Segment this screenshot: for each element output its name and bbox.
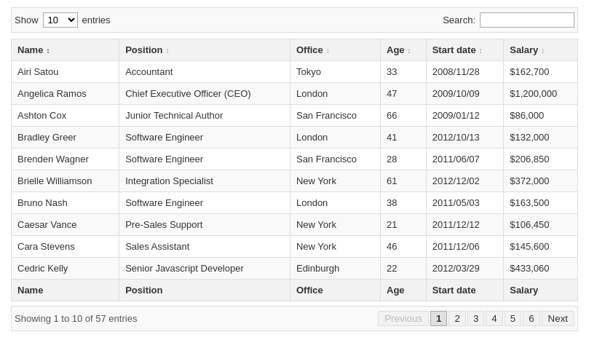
cell-position: Junior Technical Author [119,105,290,127]
cell-start_date: 2012/12/02 [426,170,504,192]
sort-icon-salary: ↕ [541,47,545,55]
cell-start_date: 2011/06/07 [426,149,504,170]
table-row: Bruno NashSoftware EngineerLondon382011/… [12,192,578,214]
table-row: Airi SatouAccountantTokyo332008/11/28$16… [12,61,578,83]
cell-start_date: 2008/11/28 [426,61,504,83]
table-row: Angelica RamosChief Executive Officer (C… [12,83,578,105]
cell-salary: $132,000 [504,127,578,149]
sort-icon-start_date: ↕ [479,47,483,55]
cell-position: Senior Javascript Developer [119,258,290,280]
col-footer-position[interactable]: Position [119,280,290,301]
header-row: Name↕Position↕Office↕Age↕Start date↕Sala… [12,39,578,61]
col-footer-age[interactable]: Age [381,280,427,301]
cell-salary: $86,000 [504,105,578,127]
table-row: Cara StevensSales AssistantNew York46201… [12,236,578,258]
entries-label: entries [82,15,111,25]
page-button-1[interactable]: 1 [430,311,447,326]
cell-position: Sales Assistant [119,236,290,258]
cell-salary: $106,450 [504,214,578,236]
cell-age: 28 [381,149,427,170]
cell-position: Chief Executive Officer (CEO) [119,83,290,105]
sort-icon-position: ↕ [165,47,169,55]
cell-position: Accountant [119,61,290,83]
cell-salary: $206,850 [504,149,578,170]
table-body: Airi SatouAccountantTokyo332008/11/28$16… [12,61,578,280]
cell-start_date: 2009/10/09 [426,83,504,105]
cell-name: Cara Stevens [12,236,119,258]
show-label: Show [15,15,39,25]
cell-age: 21 [381,214,427,236]
next-button[interactable]: Next [542,311,574,326]
cell-name: Cedric Kelly [12,258,119,280]
table-head: Name↕Position↕Office↕Age↕Start date↕Sala… [12,39,578,61]
cell-start_date: 2009/01/12 [426,105,504,127]
col-header-age[interactable]: Age↕ [381,39,427,61]
info-text: Showing 1 to 10 of 57 entries [15,313,137,324]
cell-office: New York [290,214,380,236]
col-footer-office[interactable]: Office [290,280,380,301]
cell-office: London [290,127,380,149]
col-header-salary[interactable]: Salary↕ [504,39,578,61]
main-wrapper: Show 102550100 entries Search: Name↕Posi… [0,0,589,339]
col-footer-start_date[interactable]: Start date [426,280,504,301]
table-row: Brielle WilliamsonIntegration Specialist… [12,170,578,192]
page-button-3[interactable]: 3 [467,311,484,326]
cell-office: New York [290,236,380,258]
sort-icon-name: ↕ [46,47,50,55]
top-controls: Show 102550100 entries Search: [11,7,578,33]
footer-header-row: NamePositionOfficeAgeStart dateSalary [12,280,578,301]
cell-name: Brielle Williamson [12,170,119,192]
table-foot: NamePositionOfficeAgeStart dateSalary [12,280,578,301]
page-button-6[interactable]: 6 [523,311,539,326]
search-label: Search: [443,15,475,25]
col-header-start_date[interactable]: Start date↕ [426,39,504,61]
cell-office: San Francisco [290,149,380,170]
cell-position: Software Engineer [119,127,290,149]
cell-age: 46 [381,236,427,258]
bottom-controls: Showing 1 to 10 of 57 entries Previous 1… [11,306,578,331]
cell-age: 41 [381,127,427,149]
entries-select[interactable]: 102550100 [43,12,78,28]
search-input[interactable] [480,12,574,28]
cell-start_date: 2012/03/29 [426,258,504,280]
cell-name: Bruno Nash [12,192,119,214]
sort-icon-office: ↕ [326,47,330,55]
page-button-5[interactable]: 5 [505,311,521,326]
cell-salary: $372,000 [504,170,578,192]
cell-start_date: 2012/10/13 [426,127,504,149]
table-row: Caesar VancePre-Sales SupportNew York212… [12,214,578,236]
col-footer-salary[interactable]: Salary [504,280,578,301]
page-button-2[interactable]: 2 [448,311,465,326]
cell-office: Edinburgh [290,258,380,280]
cell-position: Software Engineer [119,149,290,170]
data-table: Name↕Position↕Office↕Age↕Start date↕Sala… [11,39,578,301]
cell-name: Caesar Vance [12,214,119,236]
cell-office: New York [290,170,380,192]
previous-button[interactable]: Previous [378,311,429,326]
cell-salary: $162,700 [504,61,578,83]
cell-office: London [290,83,380,105]
col-header-position[interactable]: Position↕ [119,39,290,61]
col-header-office[interactable]: Office↕ [290,39,380,61]
cell-salary: $163,500 [504,192,578,214]
cell-salary: $145,600 [504,236,578,258]
cell-name: Bradley Greer [12,127,119,149]
cell-name: Ashton Cox [12,105,119,127]
cell-age: 47 [381,83,427,105]
table-row: Brenden WagnerSoftware EngineerSan Franc… [12,149,578,170]
cell-salary: $433,060 [504,258,578,280]
cell-name: Angelica Ramos [12,83,119,105]
page-button-4[interactable]: 4 [486,311,502,326]
col-footer-name[interactable]: Name [12,280,119,301]
table-row: Bradley GreerSoftware EngineerLondon4120… [12,127,578,149]
cell-office: Tokyo [290,61,380,83]
col-header-name[interactable]: Name↕ [12,39,119,61]
cell-start_date: 2011/12/12 [426,214,504,236]
cell-age: 38 [381,192,427,214]
pagination: Previous 123456Next [378,311,574,326]
cell-name: Brenden Wagner [12,149,119,170]
cell-age: 33 [381,61,427,83]
cell-age: 61 [381,170,427,192]
sort-icon-age: ↕ [408,47,411,55]
cell-position: Pre-Sales Support [119,214,290,236]
